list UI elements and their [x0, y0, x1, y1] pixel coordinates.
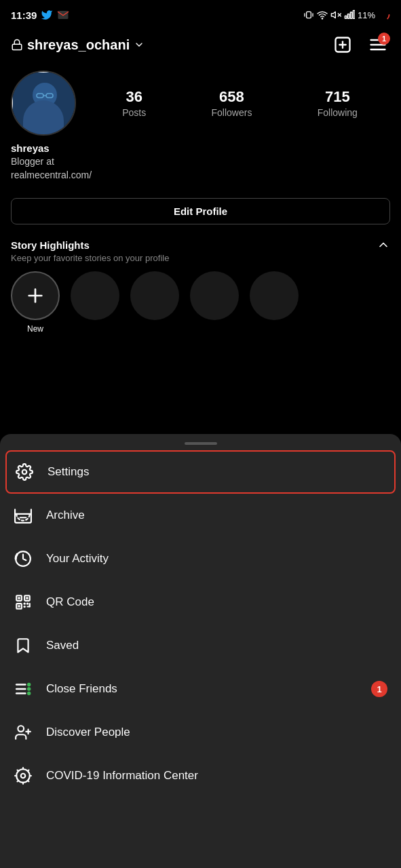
- your-activity-menu-item[interactable]: Your Activity: [0, 537, 401, 580]
- archive-menu-item[interactable]: Archive: [0, 494, 401, 537]
- posts-count: 36: [126, 88, 142, 106]
- story-highlights: Story Highlights Keep your favorite stor…: [0, 233, 401, 344]
- highlight-circle-4[interactable]: [250, 271, 299, 320]
- highlights-row: New: [11, 271, 390, 344]
- svg-point-45: [27, 683, 31, 686]
- qr-svg-icon: [14, 593, 32, 611]
- gmail-icon: [57, 9, 69, 21]
- svg-rect-34: [18, 597, 20, 599]
- highlight-circle-3[interactable]: [190, 271, 239, 320]
- highlight-4[interactable]: [250, 271, 299, 334]
- svg-rect-8: [345, 16, 347, 18]
- svg-point-52: [21, 774, 26, 778]
- posts-label: Posts: [122, 107, 146, 118]
- qr-code-icon: [14, 593, 33, 612]
- gear-icon: [16, 463, 33, 481]
- highlight-2[interactable]: [130, 271, 179, 334]
- highlights-title: Story Highlights: [11, 239, 90, 251]
- lock-icon: [11, 39, 23, 51]
- notification-badge: 1: [378, 33, 390, 45]
- avatar[interactable]: [11, 71, 76, 136]
- highlight-3[interactable]: [190, 271, 239, 334]
- sheet-handle: [185, 442, 217, 445]
- status-bar: 11:39 11%: [0, 0, 401, 27]
- new-highlight[interactable]: New: [11, 271, 60, 334]
- svg-point-48: [18, 726, 24, 732]
- svg-point-12: [379, 10, 389, 20]
- svg-line-58: [28, 770, 29, 772]
- profile-header: shreyas_ochani 1: [0, 27, 401, 62]
- settings-menu-item[interactable]: Settings: [5, 450, 396, 494]
- mute-icon: [330, 9, 341, 20]
- battery-icon: [378, 9, 390, 21]
- followers-count: 658: [219, 88, 244, 106]
- archive-svg-icon: [14, 507, 32, 524]
- close-friends-badge: 1: [371, 681, 387, 697]
- menu-button[interactable]: 1: [366, 33, 390, 57]
- qr-code-menu-item[interactable]: QR Code: [0, 580, 401, 624]
- svg-point-22: [26, 111, 64, 134]
- bookmark-svg-icon: [14, 637, 32, 654]
- archive-label: Archive: [46, 509, 85, 522]
- time: 11:39: [11, 9, 37, 21]
- activity-svg-icon: [14, 550, 32, 568]
- profile-display-name: shreyas: [11, 142, 390, 154]
- avatar-image: [12, 72, 75, 134]
- new-post-button[interactable]: [330, 33, 355, 57]
- archive-icon: [14, 506, 33, 525]
- posts-stat[interactable]: 36 Posts: [122, 88, 146, 118]
- close-friends-label: Close Friends: [46, 682, 117, 696]
- add-person-svg-icon: [14, 724, 32, 741]
- chevron-down-icon[interactable]: [134, 39, 145, 50]
- close-friends-menu-item[interactable]: Close Friends 1: [0, 667, 401, 711]
- svg-rect-36: [18, 605, 20, 607]
- svg-rect-9: [347, 14, 349, 19]
- saved-menu-item[interactable]: Saved: [0, 624, 401, 667]
- profile-section: 36 Posts 658 Followers 715 Following shr…: [0, 62, 401, 190]
- settings-icon: [15, 462, 34, 481]
- covid-menu-item[interactable]: COVID-19 Information Center: [0, 754, 401, 797]
- profile-info: shreyas Blogger atrealmecentral.com/: [11, 142, 390, 182]
- saved-icon: [14, 636, 33, 655]
- covid-icon: [14, 766, 33, 785]
- highlight-circle-2[interactable]: [130, 271, 179, 320]
- svg-rect-20: [12, 72, 75, 134]
- followers-stat[interactable]: 658 Followers: [211, 88, 252, 118]
- following-stat[interactable]: 715 Following: [318, 88, 358, 118]
- vibrate-icon: [303, 9, 314, 20]
- status-icons: 11%: [303, 9, 390, 21]
- svg-rect-1: [307, 12, 311, 18]
- your-activity-label: Your Activity: [46, 552, 109, 566]
- settings-label: Settings: [47, 465, 89, 479]
- sheet-handle-container: [0, 434, 401, 450]
- following-count: 715: [325, 88, 350, 106]
- highlights-collapse-icon[interactable]: [377, 238, 390, 252]
- wifi-icon: [317, 9, 328, 20]
- saved-label: Saved: [46, 639, 79, 652]
- close-friends-icon: [14, 679, 33, 698]
- discover-people-icon: [14, 723, 33, 742]
- header-left: shreyas_ochani: [11, 37, 145, 53]
- new-highlight-circle[interactable]: [11, 271, 60, 320]
- new-highlight-label: New: [27, 324, 43, 334]
- svg-line-57: [18, 770, 19, 772]
- edit-profile-button[interactable]: Edit Profile: [11, 198, 390, 224]
- qr-code-label: QR Code: [46, 595, 94, 609]
- highlight-1[interactable]: [71, 271, 119, 334]
- status-time-area: 11:39: [11, 9, 69, 21]
- svg-point-46: [27, 687, 31, 690]
- header-username: shreyas_ochani: [27, 37, 130, 53]
- highlights-subtitle: Keep your favorite stories on your profi…: [11, 253, 390, 263]
- battery: 11%: [358, 10, 375, 20]
- highlight-circle-1[interactable]: [71, 271, 119, 320]
- covid-label: COVID-19 Information Center: [46, 769, 198, 783]
- discover-people-label: Discover People: [46, 726, 130, 739]
- close-friends-svg-icon: [14, 680, 32, 698]
- discover-people-menu-item[interactable]: Discover People: [0, 711, 401, 754]
- signal-icon: [344, 9, 355, 20]
- twitter-icon: [41, 9, 53, 21]
- svg-rect-10: [350, 12, 352, 18]
- plus-icon: [24, 285, 46, 307]
- avatar-silhouette: [12, 72, 75, 134]
- followers-label: Followers: [211, 107, 252, 118]
